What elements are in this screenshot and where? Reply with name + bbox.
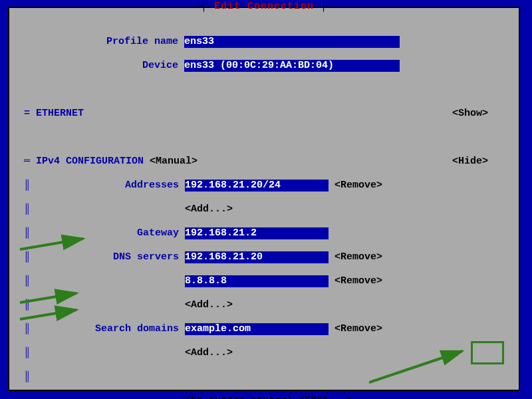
dns-add[interactable]: <Add...>: [185, 299, 233, 311]
search-label: Search domains: [30, 323, 179, 335]
search-add[interactable]: <Add...>: [185, 347, 233, 358]
routing-edit[interactable]: <Edit...>: [299, 395, 352, 399]
search-input[interactable]: example.com: [185, 323, 329, 335]
dns-label: DNS servers: [30, 251, 179, 263]
routing-label: Routing: [30, 395, 179, 399]
address-input[interactable]: 192.168.21.20/24: [185, 180, 329, 192]
routing-value: (No custom routes): [185, 395, 293, 399]
ipv4-section: ═ IPv4 CONFIGURATION: [24, 156, 144, 167]
dns2-remove[interactable]: <Remove>: [334, 275, 382, 287]
device-input[interactable]: ens33 (00:0C:29:AA:BD:04): [184, 60, 400, 72]
addresses-label: Addresses: [30, 180, 179, 192]
device-label: Device: [24, 60, 178, 72]
dns1-remove[interactable]: <Remove>: [334, 251, 382, 263]
ipv4-hide[interactable]: <Hide>: [452, 156, 488, 168]
edit-connection-panel: ┤ Edit Connection ├ Profile name ens33 D…: [8, 7, 520, 391]
search-remove[interactable]: <Remove>: [334, 323, 382, 334]
ethernet-section: = ETHERNET: [24, 108, 84, 119]
profile-name-label: Profile name: [24, 36, 178, 48]
dialog-title: ┤ Edit Connection ├: [9, 1, 519, 12]
address-remove[interactable]: <Remove>: [334, 180, 382, 191]
form-content: Profile name ens33 Device ens33 (00:0C:2…: [9, 8, 519, 399]
gateway-input[interactable]: 192.168.21.2: [185, 227, 329, 239]
ipv4-mode[interactable]: <Manual>: [150, 156, 198, 167]
dns2-input[interactable]: 8.8.8.8: [185, 275, 329, 287]
ethernet-show[interactable]: <Show>: [452, 108, 488, 120]
profile-name-input[interactable]: ens33: [184, 36, 400, 48]
gateway-label: Gateway: [30, 227, 179, 239]
address-add[interactable]: <Add...>: [185, 203, 233, 215]
dns1-input[interactable]: 192.168.21.20: [185, 251, 329, 263]
